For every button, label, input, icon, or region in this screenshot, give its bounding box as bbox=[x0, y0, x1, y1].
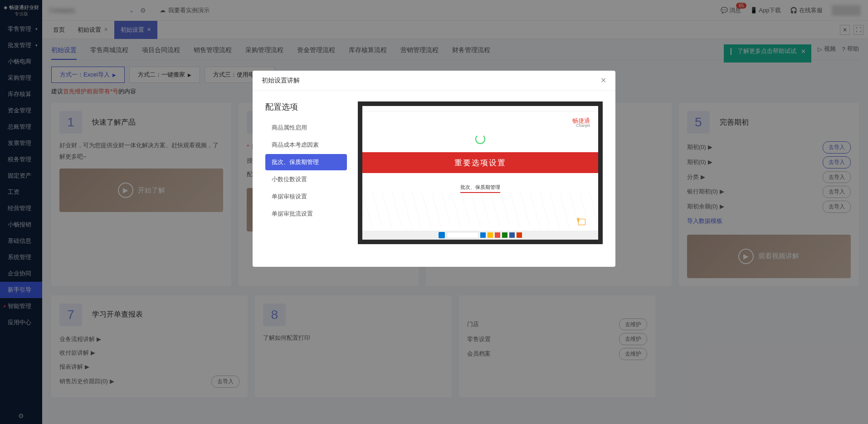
taskbar-app-icon bbox=[502, 232, 507, 238]
taskbar-search bbox=[447, 232, 478, 238]
config-section-title: 配置选项 bbox=[265, 101, 347, 112]
taskbar-app-icon bbox=[480, 232, 486, 238]
modal-title: 初始设置讲解 bbox=[262, 77, 300, 85]
taskbar-app-icon bbox=[488, 232, 493, 238]
config-option[interactable]: 商品成本考虑因素 bbox=[265, 137, 347, 153]
taskbar-app-icon bbox=[509, 232, 515, 238]
config-option[interactable]: 商品属性启用 bbox=[265, 120, 347, 136]
modal-close-icon[interactable]: ✕ bbox=[600, 76, 606, 85]
video-banner: 重要选项设置 bbox=[362, 152, 598, 173]
taskbar-app-icon bbox=[495, 232, 500, 238]
taskbar bbox=[362, 231, 598, 240]
video-caption: 批次、保质期管理 bbox=[460, 184, 500, 193]
taskbar-app-icon bbox=[517, 232, 522, 238]
annotation-box bbox=[578, 219, 585, 225]
config-option[interactable]: 单据审核设置 bbox=[265, 188, 347, 205]
video-player[interactable]: 畅捷通Chanjet 重要选项设置 批次、保质期管理 bbox=[358, 101, 603, 244]
config-option[interactable]: 小数位数设置 bbox=[265, 171, 347, 188]
modal: 初始设置讲解 ✕ 配置选项 商品属性启用商品成本考虑因素批次、保质期管理小数位数… bbox=[253, 71, 615, 267]
config-option[interactable]: 单据审批流设置 bbox=[265, 206, 347, 222]
loading-spinner-icon bbox=[475, 134, 485, 144]
config-option[interactable]: 批次、保质期管理 bbox=[265, 154, 347, 170]
brand-logo: 畅捷通Chanjet bbox=[572, 118, 590, 128]
windows-start-icon bbox=[439, 232, 445, 238]
modal-overlay[interactable]: 初始设置讲解 ✕ 配置选项 商品属性启用商品成本考虑因素批次、保质期管理小数位数… bbox=[0, 0, 868, 424]
